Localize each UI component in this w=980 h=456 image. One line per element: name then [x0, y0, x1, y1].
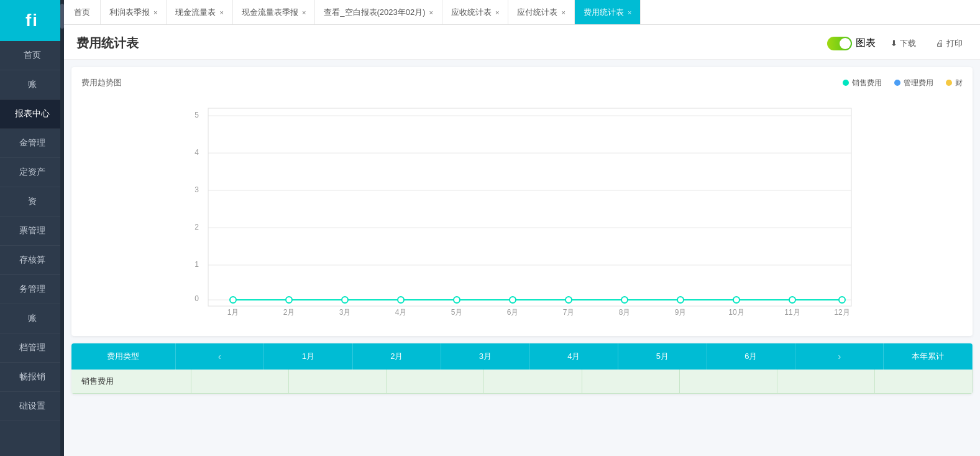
col-type: 费用类型: [71, 343, 176, 370]
sidebar-item-account[interactable]: 账: [0, 70, 64, 100]
sidebar-item-report[interactable]: 报表中心: [0, 100, 64, 129]
tab-cashflow[interactable]: 现金流量表 ×: [167, 0, 232, 25]
svg-point-36: [839, 297, 845, 303]
close-tab-receivable[interactable]: ×: [495, 9, 499, 16]
chart-toggle-label: 图表: [856, 37, 876, 50]
trend-chart: 5 4 3 2 1 0 1月 2月: [81, 96, 963, 326]
svg-rect-12: [208, 108, 851, 306]
page-header: 费用统计表 图表 ⬇ 下载 🖨 打印: [64, 25, 980, 60]
sidebar-item-salary[interactable]: 资: [0, 187, 64, 216]
app-logo: fi: [0, 0, 64, 41]
tab-profit[interactable]: 利润表季报 ×: [101, 0, 167, 25]
svg-point-33: [677, 297, 684, 303]
table-header: 费用类型 ‹ 1月 2月 3月 4月 5月 6月 › 本年累计: [71, 343, 973, 370]
col-ytd: 本年累计: [884, 343, 972, 370]
svg-text:6月: 6月: [507, 308, 519, 317]
sidebar-item-refund[interactable]: 畅报销: [0, 363, 64, 392]
legend-finance: 财: [946, 78, 963, 88]
tab-bar: 首页 利润表季报 × 现金流量表 × 现金流量表季报 × 查看_空白报表(202…: [64, 0, 980, 25]
tab-receivable[interactable]: 应收统计表 ×: [442, 0, 508, 25]
col-feb: 2月: [353, 343, 441, 370]
svg-text:0: 0: [195, 294, 199, 303]
close-tab-blank-report[interactable]: ×: [429, 9, 433, 16]
sidebar-item-invoice[interactable]: 票管理: [0, 216, 64, 246]
svg-text:8月: 8月: [619, 308, 631, 317]
chart-section: 费用趋势图 销售费用 管理费用 财: [71, 67, 973, 336]
col-mar: 3月: [441, 343, 529, 370]
download-button[interactable]: ⬇ 下载: [886, 35, 921, 52]
print-icon: 🖨: [936, 39, 944, 48]
tab-expense-stat[interactable]: 费用统计表 ×: [575, 0, 641, 25]
svg-point-28: [398, 297, 404, 303]
svg-point-35: [789, 297, 795, 303]
svg-point-30: [510, 297, 516, 303]
sidebar-item-inventory[interactable]: 存核算: [0, 246, 64, 275]
svg-point-26: [286, 297, 292, 303]
col-apr: 4月: [530, 343, 618, 370]
sidebar: fi 首页 账 报表中心 金管理 定资产 资 票管理 存核算 务管理 账 档管理…: [0, 0, 64, 456]
tab-home[interactable]: 首页: [64, 0, 101, 25]
sidebar-scrollbar-thumb: [60, 4, 64, 29]
close-tab-cashflow-q[interactable]: ×: [302, 9, 306, 16]
svg-text:3: 3: [195, 185, 199, 194]
svg-text:1月: 1月: [227, 308, 239, 317]
svg-point-32: [621, 297, 628, 303]
sidebar-item-fixed-assets[interactable]: 定资产: [0, 158, 64, 187]
row-jun: [680, 370, 777, 393]
svg-text:10月: 10月: [728, 308, 744, 317]
svg-text:1: 1: [195, 260, 199, 269]
chart-legend: 销售费用 管理费用 财: [843, 78, 963, 88]
row-jan: [191, 370, 289, 393]
chart-header: 费用趋势图 销售费用 管理费用 财: [81, 77, 963, 88]
page-title: 费用统计表: [76, 35, 139, 52]
close-tab-profit[interactable]: ×: [153, 9, 157, 16]
col-jan: 1月: [264, 343, 352, 370]
content-area: 费用统计表 图表 ⬇ 下载 🖨 打印 费用趋势图: [64, 25, 980, 456]
row-feb: [289, 370, 387, 393]
sidebar-item-home[interactable]: 首页: [0, 41, 64, 70]
header-actions: 图表 ⬇ 下载 🖨 打印: [827, 35, 968, 52]
sidebar-item-settings[interactable]: 础设置: [0, 392, 64, 421]
print-button[interactable]: 🖨 打印: [931, 35, 968, 52]
chart-toggle[interactable]: [827, 37, 852, 50]
sidebar-item-payable[interactable]: 账: [0, 304, 64, 333]
prev-nav-btn[interactable]: ‹: [218, 351, 221, 361]
svg-text:5: 5: [195, 111, 199, 119]
row-type: 销售费用: [71, 370, 191, 393]
col-next-nav: ›: [795, 343, 884, 370]
tab-payable-stat[interactable]: 应付统计表 ×: [508, 0, 574, 25]
next-nav-btn[interactable]: ›: [838, 351, 841, 361]
legend-admin-dot: [894, 80, 900, 86]
svg-point-27: [342, 297, 348, 303]
svg-text:9月: 9月: [675, 308, 687, 317]
sidebar-item-archive[interactable]: 档管理: [0, 333, 64, 363]
svg-text:2月: 2月: [283, 308, 295, 317]
table-row: 销售费用: [71, 370, 973, 394]
close-tab-payable-stat[interactable]: ×: [561, 9, 565, 16]
svg-text:4月: 4月: [395, 308, 407, 317]
legend-finance-dot: [946, 80, 952, 86]
svg-point-31: [566, 297, 572, 303]
close-tab-cashflow[interactable]: ×: [219, 9, 223, 16]
col-nav: ‹: [176, 343, 264, 370]
sidebar-scrollbar[interactable]: [60, 0, 64, 456]
expense-table: 费用类型 ‹ 1月 2月 3月 4月 5月 6月 › 本年累计 销售费用: [71, 343, 973, 394]
sidebar-item-fund[interactable]: 金管理: [0, 129, 64, 158]
row-apr: [484, 370, 582, 393]
close-tab-expense-stat[interactable]: ×: [628, 9, 631, 16]
download-icon: ⬇: [891, 39, 897, 48]
tab-cashflow-q[interactable]: 现金流量表季报 ×: [233, 0, 315, 25]
svg-text:3月: 3月: [339, 308, 351, 317]
svg-point-29: [454, 297, 460, 303]
chart-toggle-wrapper: 图表: [827, 37, 876, 50]
svg-text:11月: 11月: [784, 308, 800, 317]
svg-text:7月: 7月: [563, 308, 575, 317]
svg-text:4: 4: [195, 148, 199, 157]
svg-point-34: [733, 297, 740, 303]
sidebar-item-service[interactable]: 务管理: [0, 275, 64, 304]
legend-sales-dot: [843, 80, 849, 86]
main-area: 首页 利润表季报 × 现金流量表 × 现金流量表季报 × 查看_空白报表(202…: [64, 0, 980, 456]
tab-blank-report[interactable]: 查看_空白报表(2023年02月) ×: [315, 0, 442, 25]
row-nav-placeholder: [777, 370, 875, 393]
col-may: 5月: [618, 343, 707, 370]
